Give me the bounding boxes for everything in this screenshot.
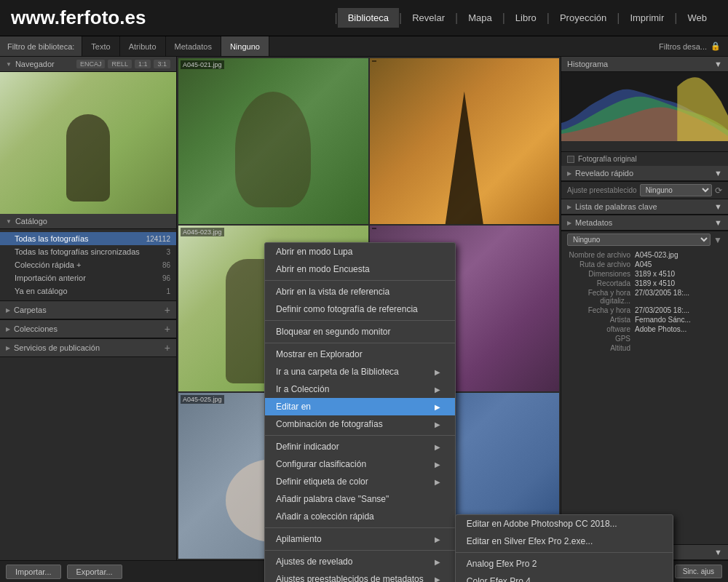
metadata-header[interactable]: ▶ Metadatos ▼ xyxy=(561,215,728,231)
cm-sep-2 xyxy=(265,320,455,321)
left-panel: ▼ Navegador ENCAJ RELL 1:1 3:1 ▼ Catálog… xyxy=(0,57,177,560)
nav-controls: ENCAJ RELL 1:1 3:1 xyxy=(76,60,170,68)
submenu-silverefex[interactable]: Editar en Silver Efex Pro 2.exe... xyxy=(456,533,673,550)
meta-row-software: oftware Adobe Photos... xyxy=(566,325,724,333)
cm-set-reference[interactable]: Definir como fotografía de referencia xyxy=(265,300,455,318)
cm-color-arrow: ▶ xyxy=(435,478,440,486)
import-button[interactable]: Importar... xyxy=(6,565,61,579)
keywords-title: Lista de palabras clave xyxy=(575,202,657,211)
original-photo-label: Fotografía original xyxy=(578,155,637,163)
preset-label: Ajuste preestablecido xyxy=(567,186,637,194)
cm-open-reference[interactable]: Abrir en la vista de referencia xyxy=(265,283,455,300)
filter-tab-ninguno[interactable]: Ninguno xyxy=(221,36,269,56)
nav-imprimir[interactable]: Imprimir xyxy=(620,8,674,28)
nav-fit-btn[interactable]: ENCAJ xyxy=(76,60,106,68)
nav-mapa[interactable]: Mapa xyxy=(458,8,502,28)
nav-biblioteca[interactable]: Biblioteca xyxy=(338,8,399,28)
histogram-section: Histograma ▼ xyxy=(561,57,728,151)
cm-open-encuesta[interactable]: Abrir en modo Encuesta xyxy=(265,260,455,278)
quick-develop-header[interactable]: ▶ Revelado rápido ▼ xyxy=(561,166,728,181)
meta-row-digitized: Fecha y hora digitaliz... 27/03/2005 18:… xyxy=(566,289,724,305)
cm-set-rating[interactable]: Configurar clasificación ▶ xyxy=(265,455,455,473)
cm-open-lupa[interactable]: Abrir en modo Lupa xyxy=(265,243,455,260)
filter-tab-atributo[interactable]: Atributo xyxy=(120,36,166,56)
original-photo-checkbox[interactable] xyxy=(567,156,574,163)
sync-adj-button[interactable]: Sinc. ajus xyxy=(675,565,722,578)
nav-libro[interactable]: Libro xyxy=(505,8,547,28)
filter-tab-metadatos[interactable]: Metadatos xyxy=(166,36,221,56)
cm-sep-1 xyxy=(265,280,455,281)
cm-sep-4 xyxy=(265,435,455,436)
qd-expand-icon: ▼ xyxy=(714,169,722,178)
nav-revelar[interactable]: Revelar xyxy=(402,8,455,28)
catalog-item-incatalog[interactable]: Ya en catálogo 1 xyxy=(0,284,176,298)
cm-show-explorer[interactable]: Mostrar en Explorador xyxy=(265,346,455,363)
cm-add-keyword[interactable]: Añadir palabra clave "Sanse" xyxy=(265,490,455,508)
cm-develop-settings[interactable]: Ajustes de revelado ▶ xyxy=(265,553,455,570)
metadata-triangle: ▶ xyxy=(567,220,571,226)
photo-label-2 xyxy=(372,60,376,62)
filter-bar: Filtro de biblioteca: Texto Atributo Met… xyxy=(0,36,728,57)
meta-row-dimensions: Dimensiones 3189 x 4510 xyxy=(566,270,724,278)
histogram-svg xyxy=(561,72,728,141)
edit-in-submenu: Editar en Adobe Photoshop CC 2018... Edi… xyxy=(455,514,673,582)
histogram-header: Histograma ▼ xyxy=(561,57,728,72)
cm-go-folder[interactable]: Ir a una carpeta de la Biblioteca ▶ xyxy=(265,363,455,380)
cm-go-collection-arrow: ▶ xyxy=(435,386,440,394)
filter-tab-texto[interactable]: Texto xyxy=(82,36,119,56)
catalog-item-quick[interactable]: Colección rápida + 86 xyxy=(0,258,176,271)
meta-preset-select[interactable]: Ninguno xyxy=(567,234,711,246)
cm-set-color[interactable]: Definir etiqueta de color ▶ xyxy=(265,473,455,490)
right-panel: Histograma ▼ Fotografía original xyxy=(561,57,728,560)
submenu-photoshop[interactable]: Editar en Adobe Photoshop CC 2018... xyxy=(456,515,673,533)
lock-icon: 🔒 xyxy=(711,41,721,51)
catalog-item-previous[interactable]: Importación anterior 96 xyxy=(0,271,176,284)
keywords-triangle: ▶ xyxy=(567,204,571,210)
main-layout: ▼ Navegador ENCAJ RELL 1:1 3:1 ▼ Catálog… xyxy=(0,57,728,560)
metadata-title: Metadatos xyxy=(575,218,612,227)
meta-row-date: Fecha y hora 27/03/2005 18:... xyxy=(566,306,724,314)
folder-add-icon[interactable]: + xyxy=(165,304,170,316)
navigator-header[interactable]: ▼ Navegador ENCAJ RELL 1:1 3:1 xyxy=(0,57,176,72)
cm-edit-in[interactable]: Editar en ▶ Editar en Adobe Photoshop CC… xyxy=(265,398,455,415)
cm-indicator-arrow: ▶ xyxy=(435,443,440,451)
nav-3to1-btn[interactable]: 3:1 xyxy=(154,60,170,68)
folder-header[interactable]: ▶ Carpetas + xyxy=(0,301,176,319)
cm-stacking[interactable]: Apilamiento ▶ xyxy=(265,530,455,548)
publish-add-icon[interactable]: + xyxy=(165,342,170,354)
meta-preset-expand-icon: ▼ xyxy=(713,235,722,245)
histogram-expand-icon[interactable]: ▼ xyxy=(714,60,722,68)
publish-triangle: ▶ xyxy=(6,345,10,351)
catalog-header[interactable]: ▼ Catálogo xyxy=(0,214,176,229)
cm-edit-in-arrow: ▶ xyxy=(435,403,440,411)
cm-add-quick[interactable]: Añadir a colección rápida xyxy=(265,508,455,525)
nav-fill-btn[interactable]: RELL xyxy=(108,60,132,68)
cm-combination[interactable]: Combinación de fotografías ▶ xyxy=(265,415,455,433)
submenu-colorefex[interactable]: Color Efex Pro 4 xyxy=(456,573,673,582)
catalog-item-all[interactable]: Todas las fotografías 124112 xyxy=(0,232,176,245)
nav-web[interactable]: Web xyxy=(678,8,718,28)
nav-proyeccion[interactable]: Proyección xyxy=(550,8,617,28)
photo-cell-2[interactable] xyxy=(370,58,560,224)
collection-add-icon[interactable]: + xyxy=(165,323,170,335)
export-button[interactable]: Exportar... xyxy=(67,565,122,579)
catalog-item-synced[interactable]: Todas las fotografías sincronizadas 3 xyxy=(0,245,176,258)
metadata-expand-icon: ▼ xyxy=(714,218,722,227)
photo-label-1: A045-021.jpg xyxy=(181,60,224,69)
cm-meta-presets[interactable]: Ajustes preestablecidos de metadatos ▶ xyxy=(265,570,455,582)
cm-sep-5 xyxy=(265,527,455,528)
histogram-title: Histograma xyxy=(567,60,608,68)
meta-row-path: Ruta de archivo A045 xyxy=(566,260,724,268)
publish-header[interactable]: ▶ Servicios de publicación + xyxy=(0,339,176,357)
preset-refresh-icon[interactable]: ⟳ xyxy=(715,186,722,196)
photo-cell-1[interactable]: A045-021.jpg xyxy=(178,58,368,224)
cm-set-indicator[interactable]: Definir indicador ▶ xyxy=(265,438,455,455)
nav-1to1-btn[interactable]: 1:1 xyxy=(135,60,151,68)
cm-go-collection[interactable]: Ir a Colección ▶ xyxy=(265,380,455,398)
preset-select[interactable]: Ninguno xyxy=(640,184,712,196)
submenu-analogefex[interactable]: Analog Efex Pro 2 xyxy=(456,555,673,573)
keywords-header[interactable]: ▶ Lista de palabras clave ▼ xyxy=(561,199,728,215)
catalog-title: Catálogo xyxy=(15,217,47,226)
cm-lock-monitor[interactable]: Bloquear en segundo monitor xyxy=(265,323,455,340)
collection-header[interactable]: ▶ Colecciones + xyxy=(0,320,176,338)
